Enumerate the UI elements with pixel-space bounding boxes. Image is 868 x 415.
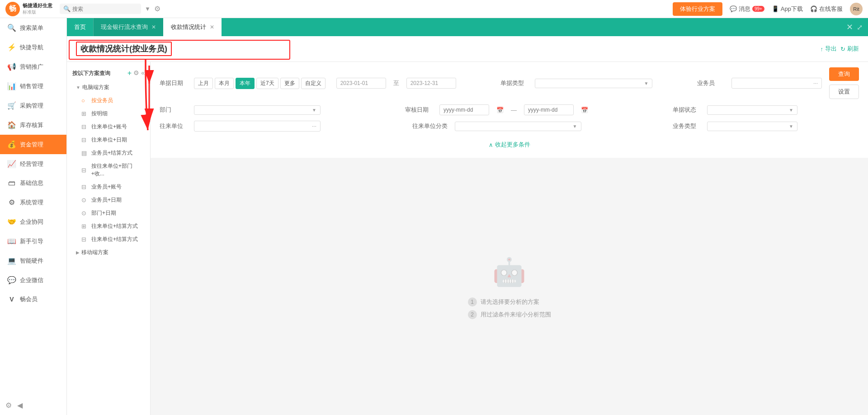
filter-row-2: 部门 ▼ 审核日期 📅 — 📅 (160, 104, 859, 115)
sidebar-item-collab[interactable]: 🤝 企业协同 (0, 212, 66, 231)
setting-button[interactable]: 设置 (829, 85, 859, 99)
gear-icon-top[interactable]: ⚙ (154, 5, 160, 13)
date-range-buttons: 上月 本月 本年 近7天 更多 自定义 (194, 78, 326, 89)
top-search-bar[interactable]: 🔍 (60, 4, 141, 14)
sidebar-item-system[interactable]: ⚙ 系统管理 (0, 193, 66, 212)
bill-status-label: 单据状态 (673, 106, 700, 114)
bill-type-label: 单据类型 (500, 79, 528, 87)
dept-select[interactable]: ▼ (194, 105, 321, 115)
scheme-item-1[interactable]: ⊞ 按明细 (71, 107, 150, 120)
scheme-item-8[interactable]: ⊙ 部门+日期 (71, 207, 150, 220)
date-end-input[interactable] (406, 78, 456, 89)
sidebar-item-vip[interactable]: V 畅会员 (0, 290, 66, 309)
scheme-item-10[interactable]: ⊟ 往来单位+结算方式 (71, 233, 150, 246)
date-btn-this-month[interactable]: 本月 (215, 78, 234, 89)
biz-type-select[interactable]: ▼ (707, 122, 797, 131)
date-btn-7days[interactable]: 近7天 (256, 78, 278, 89)
empty-tip-2: 2 用过滤条件来缩小分析范围 (468, 310, 551, 319)
salesman-select[interactable]: ··· (731, 78, 822, 89)
date-btn-last-month[interactable]: 上月 (194, 78, 213, 89)
scheme-icon-1: ⊞ (81, 110, 89, 117)
scheme-item-4[interactable]: ▤ 业务员+结算方式 (71, 146, 150, 160)
logo-subtext: 标准版 (23, 9, 52, 15)
sidebar-label-collab: 企业协同 (20, 218, 43, 226)
sidebar-item-hardware[interactable]: 💻 智能硬件 (0, 251, 66, 270)
tip-number-1: 1 (468, 297, 477, 307)
review-date-end-input[interactable] (524, 104, 574, 115)
search-input[interactable] (72, 6, 127, 12)
tab-close-all-icon[interactable]: ✕ (846, 22, 853, 32)
vip-icon: V (7, 296, 16, 303)
scheme-item-2[interactable]: ⊟ 往来单位+账号 (71, 120, 150, 133)
online-service-action[interactable]: 🎧 在线客服 (810, 5, 843, 13)
system-icon: ⚙ (7, 198, 16, 207)
calendar-icon-2[interactable]: 📅 (581, 107, 588, 113)
partner-cat-dropdown-icon: ▼ (573, 124, 577, 129)
sidebar-item-marketing[interactable]: 📢 营销推广 (0, 57, 66, 76)
mobile-group-header[interactable]: ▶ 移动端方案 (71, 246, 150, 259)
sidebar-item-quicknav[interactable]: ⚡ 快捷导航 (0, 38, 66, 57)
sidebar-item-finance[interactable]: 💰 资金管理 (0, 135, 66, 154)
quicknav-icon: ⚡ (7, 43, 16, 52)
collapse-filter-button[interactable]: ∧ 收起更多条件 (160, 137, 859, 152)
bill-type-select[interactable]: ▼ (535, 79, 652, 88)
tab-collection[interactable]: 收款情况统计 ✕ (163, 18, 222, 36)
partner-more-icon[interactable]: ··· (312, 123, 316, 129)
scheme-settings-icon[interactable]: ⚙ (133, 69, 139, 77)
bill-status-select[interactable]: ▼ (707, 105, 797, 115)
collab-icon: 🤝 (7, 217, 16, 226)
sidebar-item-sales[interactable]: 📊 销售管理 (0, 76, 66, 96)
add-scheme-button[interactable]: + (127, 69, 132, 77)
tab-home[interactable]: 首页 (67, 18, 93, 36)
sidebar-item-guide[interactable]: 📖 新手引导 (0, 231, 66, 251)
inventory-icon: 🏠 (7, 121, 16, 129)
scheme-item-6[interactable]: ⊟ 业务员+账号 (71, 180, 150, 193)
partner-select[interactable]: ··· (194, 121, 321, 132)
sidebar-item-basic[interactable]: 🗃 基础信息 (0, 174, 66, 193)
calendar-icon-1[interactable]: 📅 (496, 107, 504, 113)
right-panel: 单据日期 上月 本月 本年 近7天 更多 自定义 至 (151, 62, 868, 415)
user-avatar[interactable]: Rit (850, 3, 863, 15)
scheme-item-5[interactable]: ⊟ 按往来单位+部门+收... (71, 160, 150, 180)
sidebar-label-marketing: 营销推广 (20, 63, 43, 71)
tab-close-collection[interactable]: ✕ (210, 24, 214, 30)
sidebar-item-inventory[interactable]: 🏠 库存核算 (0, 115, 66, 135)
tab-cashflow[interactable]: 现金银行流水查询 ✕ (93, 18, 163, 36)
scheme-item-0[interactable]: ○ 按业务员 (71, 94, 150, 107)
scheme-item-7[interactable]: ⊙ 业务员+日期 (71, 193, 150, 207)
collapse-sidebar-icon[interactable]: ◀ (17, 401, 23, 410)
tab-close-cashflow[interactable]: ✕ (151, 24, 156, 30)
date-btn-more[interactable]: 更多 (280, 78, 299, 89)
messages-action[interactable]: 💬 消息 99+ (730, 5, 764, 13)
scheme-item-9[interactable]: ⊞ 往来单位+结算方式 (71, 220, 150, 233)
scheme-icon-9: ⊞ (81, 223, 89, 230)
sidebar-item-wechat[interactable]: 💬 企业微信 (0, 270, 66, 290)
partner-label: 往来单位 (160, 122, 187, 130)
tab-maximize-icon[interactable]: ⤢ (857, 23, 863, 32)
sidebar-item-management[interactable]: 📈 经营管理 (0, 154, 66, 174)
query-button[interactable]: 查询 (829, 67, 859, 81)
scheme-icon-0: ○ (81, 97, 89, 104)
scheme-icon-4: ▤ (81, 150, 89, 156)
desktop-group-header[interactable]: ▼ 电脑端方案 (71, 81, 150, 94)
collapse-panel-icon[interactable]: « (141, 69, 145, 77)
salesman-more-icon: ··· (813, 80, 818, 86)
settings-bottom-icon[interactable]: ⚙ (5, 401, 12, 410)
sidebar-label-guide: 新手引导 (20, 237, 43, 245)
trial-button[interactable]: 体验行业方案 (673, 2, 722, 16)
sidebar-item-search[interactable]: 🔍 搜索菜单 (0, 18, 66, 38)
dropdown-arrow-icon[interactable]: ▼ (145, 5, 151, 12)
app-download-action[interactable]: 📱 App下载 (772, 5, 803, 13)
date-start-input[interactable] (336, 78, 386, 89)
sidebar-item-purchase[interactable]: 🛒 采购管理 (0, 96, 66, 115)
logo-text: 畅捷通好生意 (23, 2, 52, 9)
empty-state-icon: 🤖 (491, 254, 528, 290)
refresh-button[interactable]: ↻ 刷新 (840, 45, 859, 53)
date-btn-this-year[interactable]: 本年 (236, 78, 255, 89)
biz-type-dropdown-icon: ▼ (789, 124, 793, 129)
export-button[interactable]: ↑ 导出 (821, 45, 837, 53)
scheme-item-3[interactable]: ⊟ 往来单位+日期 (71, 133, 150, 146)
partner-category-select[interactable]: ▼ (455, 122, 581, 131)
review-date-start-input[interactable] (439, 104, 489, 115)
date-btn-custom[interactable]: 自定义 (301, 78, 326, 89)
